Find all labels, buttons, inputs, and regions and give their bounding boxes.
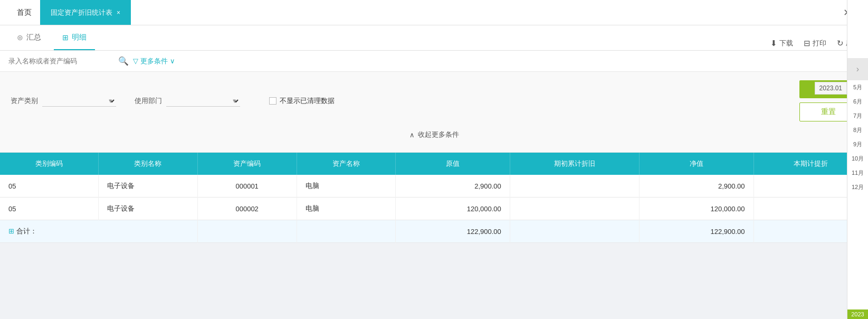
collapse-conditions-button[interactable]: ∧ 收起更多条件 [11,126,857,144]
total-asset-name [297,220,396,243]
asset-type-dropdown-arrow: ▼ [108,98,113,104]
cell-asset-name: 电脑 [297,198,396,220]
chevron-down-icon: ∨ [170,57,175,65]
dept-label: 使用部门 [135,96,162,106]
filter-area: 资产类别 ▼ 使用部门 ▼ [0,72,868,153]
hide-cleared-checkbox[interactable] [269,97,276,105]
hide-cleared-label: 不显示已清理数据 [280,96,335,106]
year-badge: 2023 [847,309,868,319]
cell-original-value: 2,900.00 [396,175,510,198]
asset-type-label: 资产类别 [11,96,38,106]
asset-type-select[interactable] [42,95,116,107]
col-accumulated-depreciation: 期初累计折旧 [510,153,639,175]
total-label: ⊞合计： [0,220,197,243]
sidebar-month-item[interactable]: 8月 [852,123,864,137]
table-total-row: ⊞合计： 122,900.00 122,900.00 [0,220,868,243]
table-header-row: 类别编码 类别名称 资产编码 资产名称 原值 期初累计折旧 净值 本期计提折 [0,153,868,175]
dept-dropdown-arrow: ▼ [232,98,237,104]
collapse-label: 收起更多条件 [418,130,459,139]
table-row: 05 电子设备 000001 电脑 2,900.00 2,900.00 [0,175,868,198]
cell-original-value: 120,000.00 [396,198,510,220]
asset-table: 类别编码 类别名称 资产编码 资产名称 原值 期初累计折旧 净值 本期计提折 0… [0,153,868,243]
cell-asset-code: 000001 [197,175,297,198]
summary-icon: ⊛ [17,33,23,42]
date-range-label[interactable]: 2023.01 [815,82,847,95]
hide-cleared-filter: 不显示已清理数据 [269,96,335,106]
print-icon: ⊟ [804,39,810,48]
top-nav: 首页 固定资产折旧统计表 × ✕ [0,0,868,25]
cell-asset-name: 电脑 [297,175,396,198]
chevron-up-icon: ∧ [409,131,415,139]
detail-icon: ⊞ [62,33,69,42]
tab-bar: ⊛ 汇总 ⊞ 明细 ⬇ 下载 ⊟ 打印 ↻ 刷新 [0,25,868,51]
col-net-value: 净值 [639,153,753,175]
detail-label: 明细 [72,33,87,42]
cell-net-value: 120,000.00 [639,198,753,220]
col-original-value: 原值 [396,153,510,175]
home-label: 首页 [17,8,32,17]
cell-category-name: 电子设备 [99,198,198,220]
active-tab[interactable]: 固定资产折旧统计表 × [40,0,131,25]
sidebar-month-item[interactable]: 7月 [852,109,864,123]
tab-label: 固定资产折旧统计表 [51,8,112,17]
download-button[interactable]: ⬇ 下载 [770,39,793,48]
cell-category-code: 05 [0,198,99,220]
dept-select[interactable] [166,95,240,107]
total-accumulated-depreciation [510,220,639,243]
more-conditions-button[interactable]: ▽ 更多条件 ∨ [133,57,175,66]
table-container: 类别编码 类别名称 资产编码 资产名称 原值 期初累计折旧 净值 本期计提折 0… [0,153,868,243]
asset-type-filter: 资产类别 ▼ [11,95,113,107]
search-bar: 🔍 ▽ 更多条件 ∨ [0,51,868,72]
table-row: 05 电子设备 000002 电脑 120,000.00 120,000.00 [0,198,868,220]
right-sidebar: › 5月6月7月8月9月10月11月12月 2023 [847,0,868,319]
print-button[interactable]: ⊟ 打印 [804,39,826,48]
dept-filter: 使用部门 ▼ [135,95,237,107]
col-asset-code: 资产编码 [197,153,297,175]
cell-asset-code: 000002 [197,198,297,220]
sidebar-month-item[interactable]: 6月 [852,95,864,109]
search-input[interactable] [8,57,114,65]
date-range-text: 2023.01 [819,85,842,92]
col-category-code: 类别编码 [0,153,99,175]
summary-label: 汇总 [26,33,41,42]
print-label: 打印 [813,39,826,48]
cell-category-code: 05 [0,175,99,198]
home-nav-item[interactable]: 首页 [8,0,40,25]
cell-accumulated-depreciation [510,198,639,220]
sidebar-month-item[interactable]: 9月 [852,137,864,152]
filter-icon: ▽ [133,57,138,65]
download-label: 下载 [779,39,793,48]
sidebar-month-item[interactable]: 5月 [852,80,864,95]
tab-summary[interactable]: ⊛ 汇总 [8,25,50,50]
sidebar-month-item[interactable]: 10月 [852,152,864,166]
total-asset-code [197,220,297,243]
refresh-icon: ↻ [837,39,844,48]
cell-category-name: 电子设备 [99,175,198,198]
sidebar-month-item[interactable]: 11月 [852,166,864,180]
search-icon[interactable]: 🔍 [118,56,129,66]
tab-close-icon[interactable]: × [117,9,120,16]
download-icon: ⬇ [770,39,777,48]
total-original-value: 122,900.00 [396,220,510,243]
col-category-name: 类别名称 [99,153,198,175]
col-asset-name: 资产名称 [297,153,396,175]
cell-accumulated-depreciation [510,175,639,198]
total-net-value: 122,900.00 [639,220,753,243]
cell-net-value: 2,900.00 [639,175,753,198]
sidebar-expand-button[interactable]: › [847,58,868,80]
sidebar-month-item[interactable]: 12月 [852,180,864,194]
tab-detail[interactable]: ⊞ 明细 [54,25,95,50]
more-conditions-label: 更多条件 [140,57,168,66]
